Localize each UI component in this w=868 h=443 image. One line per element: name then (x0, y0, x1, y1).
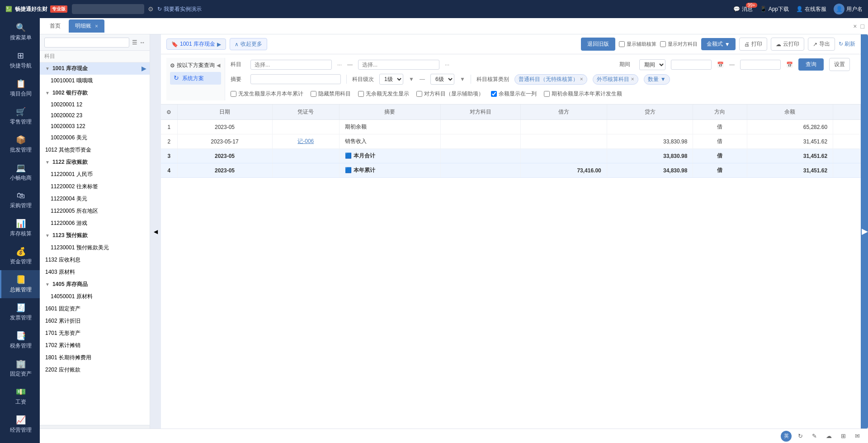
tree-node-11220002[interactable]: 11220002 往来标签 (40, 181, 150, 193)
export-button[interactable]: ↗ 导出 (808, 38, 835, 51)
app-download-button[interactable]: 📱 App下载 (760, 5, 789, 13)
bottom-mail-icon[interactable]: ✉ (852, 431, 863, 441)
sidebar-item-ecommerce[interactable]: 💻 小畅电商 (0, 158, 40, 186)
sidebar-item-tax[interactable]: 📑 税务管理 (0, 326, 40, 354)
sidebar-item-shortcut[interactable]: ⊞ 快捷导航 (0, 46, 40, 74)
account-search-input[interactable] (44, 38, 129, 48)
sidebar-item-retail[interactable]: 🛒 零售管理 (0, 102, 40, 130)
tree-node-2202[interactable]: 2202 应付账款 (40, 364, 150, 376)
tag-foreign-close-icon[interactable]: × (631, 76, 634, 82)
tree-node-1012[interactable]: 1012 其他货币资金 (40, 144, 150, 156)
tab-close-icon[interactable]: × (95, 23, 98, 29)
sidebar-item-capital[interactable]: 💰 资金管理 (0, 242, 40, 270)
user-profile[interactable]: 👤 用户名 (834, 4, 863, 14)
tree-node-11220001[interactable]: 11220001 人民币 (40, 168, 150, 181)
tree-node-1602[interactable]: 1602 累计折旧 (40, 315, 150, 327)
settings-icon[interactable]: ⚙ (148, 5, 154, 13)
scheme-collapse-icon[interactable]: ◀ (217, 62, 220, 68)
level-from-select[interactable]: 1级 (379, 74, 403, 85)
sidebar-item-inventory[interactable]: 📊 库存核算 (0, 214, 40, 242)
tree-collapse-arrow[interactable]: ◀ (150, 34, 161, 429)
refresh-button[interactable]: ↻ 刷新 (839, 40, 855, 48)
td-voucher-link[interactable]: 记-006 (272, 134, 339, 149)
tree-node-11220006[interactable]: 11220006 游戏 (40, 217, 150, 229)
bottom-refresh-icon[interactable]: ↻ (795, 431, 806, 441)
tree-node-11230001[interactable]: 11230001 预付账款美元 (40, 242, 150, 254)
tree-node-11220004[interactable]: 11220004 美元 (40, 193, 150, 205)
tree-node-1601[interactable]: 1601 固定资产 (40, 303, 150, 315)
expand-more-button[interactable]: ∧ 收起更多 (230, 38, 267, 50)
node-arrow-icon[interactable]: ▶ (142, 65, 146, 72)
show-aux-input[interactable] (619, 41, 625, 47)
query-button[interactable]: 查询 (798, 58, 824, 71)
bottom-grid-icon[interactable]: ⊞ (838, 431, 849, 441)
window-max-button[interactable]: □ (861, 23, 864, 30)
sidebar-item-purchase[interactable]: 🛍 采购管理 (0, 186, 40, 214)
tree-node-10020002[interactable]: 10020002 23 (40, 110, 150, 121)
tree-node-1405[interactable]: ▼ 1405 库存商品 (40, 278, 150, 291)
tree-node-10020001[interactable]: 10020001 12 (40, 99, 150, 110)
scheme-item-system[interactable]: ↻ 系统方案 (170, 72, 221, 85)
tab-detail[interactable]: 明细账 × (69, 19, 104, 33)
cb-no-balance-show-input[interactable] (358, 91, 364, 97)
tree-horizontal-scrollbar[interactable] (40, 425, 150, 429)
bottom-edit-icon[interactable]: ✎ (809, 431, 820, 441)
level-to-select[interactable]: 6级 (430, 74, 454, 85)
period-from-input[interactable]: 2023-05 (671, 60, 712, 70)
period-to-input[interactable]: 2023-05 (740, 60, 781, 70)
sidebar-item-report[interactable]: 🧮 小畅报销 (0, 438, 40, 443)
tree-node-1801[interactable]: 1801 长期待摊费用 (40, 352, 150, 364)
tree-node-10010001[interactable]: 10010001 哦哦哦 (40, 75, 150, 87)
tree-node-1403[interactable]: 1403 原材料 (40, 266, 150, 278)
sidebar-item-salary[interactable]: 💵 工资 (0, 382, 40, 410)
sidebar-item-management[interactable]: 📈 经营管理 (0, 410, 40, 438)
account-to-input[interactable] (358, 60, 439, 70)
period-cal-icon[interactable]: 📅 (717, 62, 724, 68)
top-search-input[interactable] (72, 4, 144, 14)
lang-switch-button[interactable]: 英 (781, 431, 792, 442)
demo-link[interactable]: ↻ 我要看实例演示 (157, 5, 202, 13)
tree-node-1701[interactable]: 1701 无形资产 (40, 327, 150, 339)
cb-opening-cumul-input[interactable] (544, 91, 550, 97)
tree-node-1132[interactable]: 1132 应收利息 (40, 254, 150, 266)
format-button[interactable]: 金额式 ▼ (701, 38, 736, 50)
sidebar-item-ledger[interactable]: 📒 总账管理 (0, 270, 40, 298)
tree-list-icon[interactable]: ☰ (132, 39, 137, 46)
account-navigate-icon[interactable]: ▶ (217, 41, 221, 48)
period-cal-icon2[interactable]: 📅 (786, 62, 793, 68)
filter-setting-button[interactable]: 设置 (829, 58, 850, 71)
bottom-cloud-icon[interactable]: ☁ (823, 431, 835, 441)
cb-no-balance-input[interactable] (231, 91, 236, 97)
tree-node-1702[interactable]: 1702 累计摊销 (40, 339, 150, 352)
tag-normal-close-icon[interactable]: × (580, 76, 583, 82)
tree-node-10020006[interactable]: 10020006 美元 (40, 132, 150, 144)
quantity-chevron-icon[interactable]: ▼ (660, 76, 666, 82)
cloud-print-button[interactable]: ☁ 云打印 (771, 38, 804, 51)
message-button[interactable]: 💬 消息 99+ (733, 5, 753, 13)
tree-node-1122[interactable]: ▼ 1122 应收账款 (40, 156, 150, 168)
sidebar-item-assets[interactable]: 🏢 固定资产 (0, 354, 40, 382)
sidebar-item-wholesale[interactable]: 📦 批发管理 (0, 130, 40, 158)
tree-node-10020003[interactable]: 10020003 122 (40, 121, 150, 132)
period-type-select[interactable]: 期间 (639, 59, 665, 70)
window-close-button[interactable]: × (853, 23, 857, 30)
tab-home[interactable]: 首页 (43, 19, 67, 33)
tree-node-14050001[interactable]: 14050001 原材料 (40, 291, 150, 303)
tree-node-11220005[interactable]: 11220005 所在地区 (40, 205, 150, 217)
scheme-setting-icon[interactable]: ⚙ (170, 62, 175, 69)
tree-node-1002[interactable]: ▼ 1002 银行存款 (40, 87, 150, 99)
show-contra-input[interactable] (660, 41, 666, 47)
tree-node-1001[interactable]: ▼ 1001 库存现金 ▶ (40, 62, 150, 75)
cb-contra-display-input[interactable] (416, 91, 422, 97)
tree-node-1123[interactable]: ▼ 1123 预付账款 (40, 229, 150, 242)
print-button[interactable]: 🖨 打印 (739, 38, 767, 51)
sidebar-item-search[interactable]: 🔍 搜索菜单 (0, 18, 40, 46)
online-service-button[interactable]: 👤 在线客服 (796, 5, 826, 13)
tree-scroll[interactable]: ▼ 1001 库存现金 ▶ 10010001 哦哦哦 ▼ 1002 银行存款 (40, 62, 150, 425)
summary-input[interactable] (250, 74, 341, 84)
sidebar-item-contract[interactable]: 📋 项目合同 (0, 74, 40, 102)
return-old-version-button[interactable]: 退回旧版 (581, 38, 615, 51)
account-from-input[interactable] (250, 60, 332, 70)
cb-balance-col-input[interactable] (491, 91, 497, 97)
sidebar-item-invoice[interactable]: 🧾 发票管理 (0, 298, 40, 326)
